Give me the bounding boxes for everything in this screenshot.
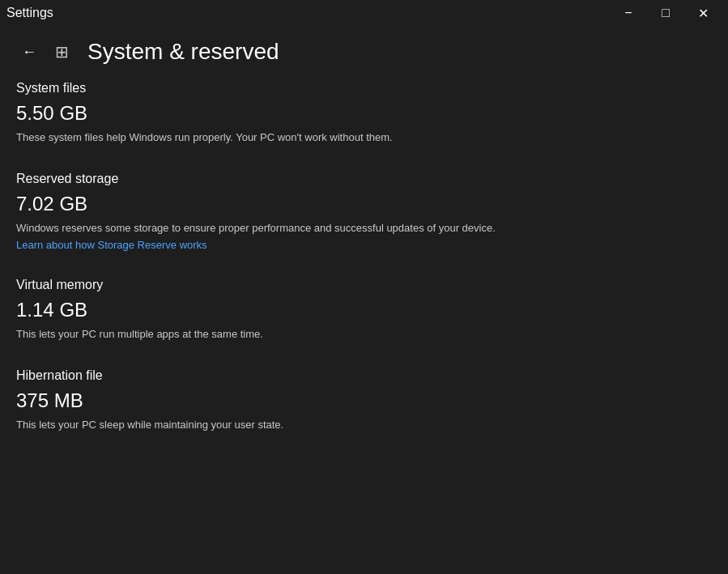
minimize-button[interactable]: −	[610, 0, 647, 26]
title-bar-title: Settings	[6, 6, 53, 20]
reserved-storage-section: Reserved storage 7.02 GB Windows reserve…	[16, 172, 712, 253]
reserved-storage-title: Reserved storage	[16, 172, 712, 186]
hibernation-file-section: Hibernation file 375 MB This lets your P…	[16, 368, 712, 433]
main-content: System files 5.50 GB These system files …	[0, 81, 728, 432]
system-files-section: System files 5.50 GB These system files …	[16, 81, 712, 146]
hibernation-file-desc: This lets your PC sleep while maintainin…	[16, 417, 543, 433]
close-button[interactable]: ✕	[684, 0, 722, 26]
virtual-memory-section: Virtual memory 1.14 GB This lets your PC…	[16, 278, 712, 342]
page-header: ← ⊞ System & reserved	[0, 26, 728, 81]
virtual-memory-title: Virtual memory	[16, 278, 712, 292]
storage-reserve-link[interactable]: Learn about how Storage Reserve works	[16, 239, 207, 251]
page-title: System & reserved	[87, 39, 279, 65]
hibernation-file-title: Hibernation file	[16, 368, 712, 383]
title-bar-left: Settings	[6, 6, 53, 20]
home-icon[interactable]: ⊞	[55, 42, 75, 62]
title-bar-controls: − □ ✕	[610, 0, 722, 26]
virtual-memory-desc: This lets your PC run multiple apps at t…	[16, 326, 543, 342]
system-files-title: System files	[16, 81, 712, 96]
system-files-size: 5.50 GB	[16, 102, 712, 125]
reserved-storage-size: 7.02 GB	[16, 193, 712, 215]
reserved-storage-desc: Windows reserves some storage to ensure …	[16, 220, 543, 236]
back-button[interactable]: ←	[16, 39, 42, 65]
virtual-memory-size: 1.14 GB	[16, 299, 712, 321]
hibernation-file-size: 375 MB	[16, 389, 712, 412]
system-files-desc: These system files help Windows run prop…	[16, 130, 543, 146]
maximize-button[interactable]: □	[647, 0, 684, 26]
title-bar: Settings − □ ✕	[0, 0, 728, 26]
